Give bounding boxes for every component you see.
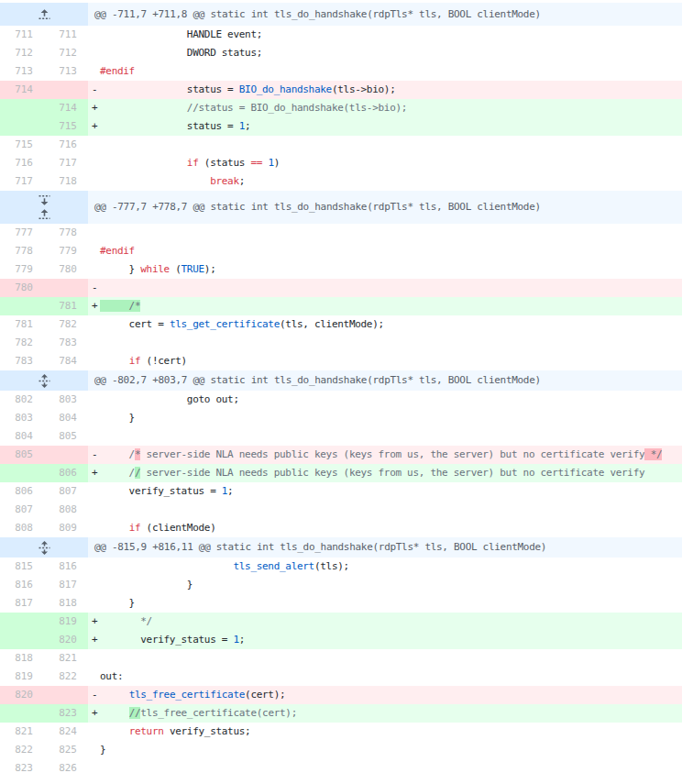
new-line-number[interactable]: 779: [44, 242, 88, 260]
diff-line-row: 815816 tls_send_alert(tls);: [0, 558, 682, 576]
new-line-number[interactable]: [44, 81, 88, 99]
new-line-number[interactable]: [44, 279, 88, 297]
old-line-number[interactable]: [0, 464, 44, 482]
old-line-number[interactable]: 808: [0, 519, 44, 537]
old-line-number[interactable]: 807: [0, 501, 44, 519]
old-line-number[interactable]: 819: [0, 668, 44, 686]
code-line: if (status == 1): [88, 154, 682, 172]
new-line-number[interactable]: 803: [44, 391, 88, 409]
code-text: tls_send_alert(tls);: [100, 560, 349, 572]
new-line-number[interactable]: 822: [44, 668, 88, 686]
new-line-number[interactable]: 804: [44, 409, 88, 427]
old-line-number[interactable]: 780: [0, 279, 44, 297]
old-line-number[interactable]: 804: [0, 427, 44, 446]
old-line-number[interactable]: 818: [0, 649, 44, 668]
old-line-number[interactable]: 711: [0, 26, 44, 44]
old-line-number[interactable]: [0, 631, 44, 649]
old-line-number[interactable]: 822: [0, 741, 44, 759]
old-line-number[interactable]: 716: [0, 154, 44, 172]
old-line-number[interactable]: 802: [0, 391, 44, 409]
old-line-number[interactable]: 821: [0, 723, 44, 741]
code-line: [88, 649, 682, 668]
new-line-number[interactable]: 824: [44, 723, 88, 741]
old-line-number[interactable]: 817: [0, 594, 44, 613]
old-line-number[interactable]: [0, 704, 44, 723]
old-line-number[interactable]: 805: [0, 446, 44, 464]
diff-sign: [92, 594, 100, 613]
old-line-number[interactable]: 803: [0, 409, 44, 427]
new-line-number[interactable]: 715: [44, 117, 88, 136]
old-line-number[interactable]: [0, 117, 44, 136]
new-line-number[interactable]: [44, 446, 88, 464]
new-line-number[interactable]: 823: [44, 704, 88, 723]
code-text: HANDLE event;: [100, 28, 262, 40]
new-line-number[interactable]: 781: [44, 297, 88, 315]
old-line-number[interactable]: 820: [0, 686, 44, 704]
new-line-number[interactable]: 817: [44, 576, 88, 594]
new-line-number[interactable]: 780: [44, 260, 88, 279]
new-line-number[interactable]: 807: [44, 482, 88, 501]
old-line-number[interactable]: 816: [0, 576, 44, 594]
diff-line-row: 821824 return verify_status;: [0, 723, 682, 741]
expand-up-icon[interactable]: [38, 8, 50, 20]
expand-hunk-gutter[interactable]: [0, 191, 88, 224]
new-line-number[interactable]: 711: [44, 26, 88, 44]
code-line: #endif: [88, 62, 682, 81]
new-line-number[interactable]: 826: [44, 759, 88, 778]
old-line-number[interactable]: 713: [0, 62, 44, 81]
old-line-number[interactable]: 823: [0, 759, 44, 778]
new-line-number[interactable]: 806: [44, 464, 88, 482]
old-line-number[interactable]: [0, 297, 44, 315]
old-line-number[interactable]: 715: [0, 136, 44, 154]
code-line: + //status = BIO_do_handshake(tls->bio);: [88, 99, 682, 117]
old-line-number[interactable]: 778: [0, 242, 44, 260]
old-line-number[interactable]: [0, 99, 44, 117]
diff-sign: +: [92, 613, 100, 631]
new-line-number[interactable]: 718: [44, 172, 88, 191]
expand-down-icon[interactable]: [38, 194, 50, 206]
expand-all-icon[interactable]: [38, 373, 50, 389]
new-line-number[interactable]: 808: [44, 501, 88, 519]
new-line-number[interactable]: 784: [44, 352, 88, 370]
old-line-number[interactable]: 781: [0, 315, 44, 334]
diff-line-row: 822825 }: [0, 741, 682, 759]
new-line-number[interactable]: 778: [44, 224, 88, 242]
old-line-number[interactable]: 714: [0, 81, 44, 99]
new-line-number[interactable]: 820: [44, 631, 88, 649]
new-line-number[interactable]: [44, 686, 88, 704]
old-line-number[interactable]: 782: [0, 334, 44, 352]
expand-hunk-gutter[interactable]: [0, 537, 88, 558]
diff-line-row: 712712 DWORD status;: [0, 44, 682, 62]
old-line-number[interactable]: [0, 613, 44, 631]
new-line-number[interactable]: 821: [44, 649, 88, 668]
new-line-number[interactable]: 713: [44, 62, 88, 81]
old-line-number[interactable]: 777: [0, 224, 44, 242]
old-line-number[interactable]: 806: [0, 482, 44, 501]
old-line-number[interactable]: 779: [0, 260, 44, 279]
diff-sign: [92, 26, 100, 44]
old-line-number[interactable]: 783: [0, 352, 44, 370]
new-line-number[interactable]: 805: [44, 427, 88, 446]
expand-hunk-gutter[interactable]: [0, 3, 88, 26]
code-line: break;: [88, 172, 682, 191]
new-line-number[interactable]: 816: [44, 558, 88, 576]
new-line-number[interactable]: 809: [44, 519, 88, 537]
new-line-number[interactable]: 818: [44, 594, 88, 613]
code-segment: [100, 157, 187, 169]
diff-sign: [92, 668, 100, 686]
old-line-number[interactable]: 815: [0, 558, 44, 576]
code-segment: verify_status =: [100, 634, 233, 646]
new-line-number[interactable]: 714: [44, 99, 88, 117]
new-line-number[interactable]: 717: [44, 154, 88, 172]
expand-up-icon[interactable]: [38, 208, 50, 220]
old-line-number[interactable]: 712: [0, 44, 44, 62]
new-line-number[interactable]: 819: [44, 613, 88, 631]
expand-all-icon[interactable]: [38, 540, 50, 556]
new-line-number[interactable]: 782: [44, 315, 88, 334]
new-line-number[interactable]: 825: [44, 741, 88, 759]
new-line-number[interactable]: 783: [44, 334, 88, 352]
old-line-number[interactable]: 717: [0, 172, 44, 191]
new-line-number[interactable]: 712: [44, 44, 88, 62]
new-line-number[interactable]: 716: [44, 136, 88, 154]
expand-hunk-gutter[interactable]: [0, 370, 88, 391]
